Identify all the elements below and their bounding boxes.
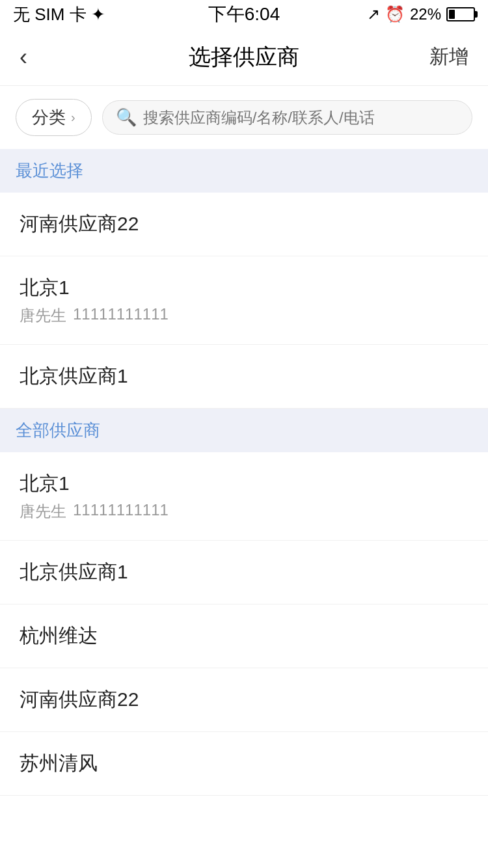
back-button[interactable]: ‹ — [20, 44, 59, 71]
list-item[interactable]: 北京供应商1 — [0, 541, 488, 604]
item-name: 河南供应商22 — [20, 686, 468, 713]
list-item[interactable]: 北京供应商1 — [0, 345, 488, 409]
nav-bar: ‹ 选择供应商 新增 — [0, 29, 488, 86]
search-box[interactable]: 🔍 — [102, 100, 472, 135]
item-name: 河南供应商22 — [20, 211, 468, 237]
search-input[interactable] — [143, 109, 459, 127]
alarm-icon: ⏰ — [385, 5, 405, 23]
item-name: 北京1 — [20, 470, 468, 497]
filter-bar: 分类 › 🔍 — [0, 86, 488, 149]
status-time: 下午6:04 — [208, 2, 280, 27]
battery-icon — [446, 7, 475, 21]
add-button[interactable]: 新增 — [429, 44, 468, 70]
list-item[interactable]: 杭州维达 — [0, 604, 488, 668]
item-sub: 唐先生 11111111111 — [20, 305, 468, 326]
sim-status: 无 SIM 卡 ✦ — [13, 3, 105, 26]
search-icon: 🔍 — [116, 107, 137, 128]
status-left: 无 SIM 卡 ✦ — [13, 3, 105, 26]
item-name: 北京1 — [20, 275, 468, 301]
status-bar: 无 SIM 卡 ✦ 下午6:04 ↗ ⏰ 22% — [0, 0, 488, 29]
battery-percent: 22% — [410, 5, 441, 23]
status-right: ↗ ⏰ 22% — [367, 5, 475, 23]
location-icon: ↗ — [367, 5, 380, 23]
list-item[interactable]: 河南供应商22 — [0, 193, 488, 256]
category-button[interactable]: 分类 › — [16, 99, 92, 136]
list-item[interactable]: 苏州清风 — [0, 732, 488, 796]
list-item[interactable]: 河南供应商22 — [0, 668, 488, 732]
recent-list: 河南供应商22 北京1 唐先生 11111111111 北京供应商1 — [0, 193, 488, 409]
item-name: 北京供应商1 — [20, 559, 468, 586]
page-title: 选择供应商 — [189, 42, 299, 72]
item-name: 北京供应商1 — [20, 363, 468, 390]
list-item[interactable]: 北京1 唐先生 11111111111 — [0, 452, 488, 541]
list-item[interactable]: 北京1 唐先生 11111111111 — [0, 256, 488, 345]
category-label: 分类 — [32, 106, 66, 129]
item-sub: 唐先生 11111111111 — [20, 501, 468, 522]
item-name: 苏州清风 — [20, 750, 468, 777]
all-section-header: 全部供应商 — [0, 409, 488, 452]
item-name: 杭州维达 — [20, 623, 468, 649]
all-list: 北京1 唐先生 11111111111 北京供应商1杭州维达河南供应商22苏州清… — [0, 452, 488, 796]
recent-section-header: 最近选择 — [0, 149, 488, 193]
chevron-right-icon: › — [71, 110, 75, 125]
